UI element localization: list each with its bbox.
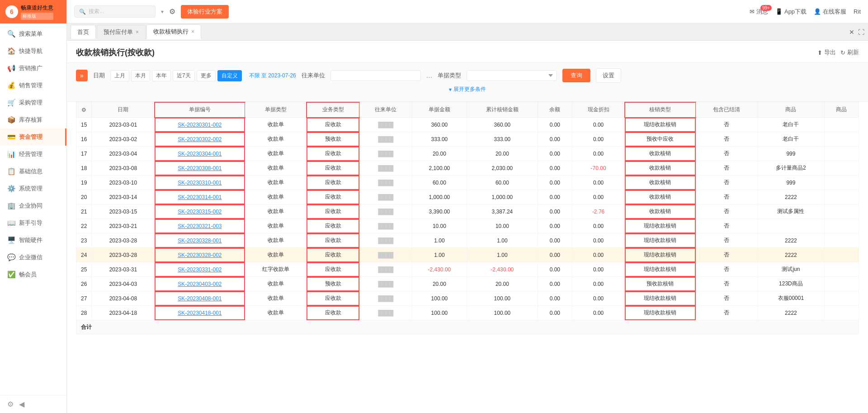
- row-product: 2222: [757, 248, 824, 262]
- row-accum: 20.00: [467, 277, 538, 291]
- row-bill-no: SK-20230418-001: [155, 306, 245, 320]
- settings-bottom-icon[interactable]: ⚙: [7, 400, 14, 408]
- topbar-dropdown-arrow[interactable]: ▾: [161, 9, 164, 15]
- topbar-search[interactable]: 🔍 搜索...: [74, 5, 156, 18]
- bill-no-link[interactable]: SK-20230315-002: [178, 209, 222, 215]
- sidebar-item-finance[interactable]: 💳 资金管理: [0, 128, 66, 146]
- sidebar-item-wechat[interactable]: 💬 企业微信: [0, 249, 66, 266]
- bill-no-link[interactable]: SK-20230301-002: [178, 122, 222, 128]
- row-bill-no: SK-20230408-001: [155, 291, 245, 306]
- tab-payable-close[interactable]: ×: [136, 29, 139, 35]
- sidebar-item-quick[interactable]: 🏠 快捷导航: [0, 43, 66, 60]
- bill-no-link[interactable]: SK-20230304-001: [178, 151, 222, 157]
- sidebar-item-sales[interactable]: 💰 销售管理: [0, 77, 66, 94]
- row-verify-type: 收款核销: [625, 147, 696, 161]
- sidebar-item-corp[interactable]: 🏢 企业协同: [0, 197, 66, 214]
- system-icon: ⚙️: [7, 185, 15, 193]
- bill-type-select[interactable]: [467, 70, 557, 81]
- row-date: 2023-03-15: [92, 204, 155, 219]
- row-amount: 1.00: [412, 248, 467, 262]
- topbar-gear-icon[interactable]: ⚙: [169, 7, 175, 16]
- topbar-online-service[interactable]: 👤 在线客服: [814, 8, 846, 16]
- sidebar: 6 畅康道好生意 标推版 🔍 搜索菜单 🏠 快捷导航 📢 营销推广 💰 销售管理…: [0, 0, 67, 413]
- sidebar-item-operation[interactable]: 📊 经营管理: [0, 146, 66, 163]
- row-bill-no: SK-20230314-001: [155, 190, 245, 204]
- topbar-user[interactable]: Rit: [854, 8, 861, 15]
- page-header-actions: ⬆ 导出 ↻ 刷新: [817, 48, 859, 57]
- th-bill-no: 单据编号: [155, 102, 245, 118]
- row-product2: [824, 291, 859, 306]
- tab-close-all-button[interactable]: ✕: [849, 28, 854, 36]
- query-button[interactable]: 查询: [562, 69, 590, 82]
- row-partner: ████: [359, 176, 412, 190]
- row-discount: -70.00: [572, 161, 624, 176]
- row-bill-type: 收款单: [245, 204, 307, 219]
- date-btn-last-month[interactable]: 上月: [110, 70, 129, 81]
- row-amount: 333.00: [412, 132, 467, 147]
- row-id: 19: [76, 176, 92, 190]
- expand-more-icon: ▾: [449, 86, 452, 93]
- th-product1: 商品: [757, 102, 824, 118]
- export-button[interactable]: ⬆ 导出: [817, 48, 836, 57]
- sidebar-item-basic[interactable]: 📋 基础信息: [0, 163, 66, 180]
- date-btn-more[interactable]: 更多: [197, 70, 216, 81]
- th-verify-type: 核销类型: [625, 102, 696, 118]
- settings-button[interactable]: 设置: [596, 68, 621, 83]
- tab-payable[interactable]: 预付应付单 ×: [97, 25, 146, 39]
- sidebar-item-hardware[interactable]: 🖥️ 智能硬件: [0, 232, 66, 249]
- row-partner: ████: [359, 219, 412, 233]
- sidebar-item-marketing[interactable]: 📢 营销推广: [0, 60, 66, 77]
- tab-receipt[interactable]: 收款核销执行 ×: [146, 24, 201, 39]
- tab-receipt-close[interactable]: ×: [191, 28, 194, 35]
- bill-no-link[interactable]: SK-20230314-001: [178, 194, 222, 200]
- row-included: 否: [696, 219, 758, 233]
- row-included: 否: [696, 118, 758, 132]
- sidebar-item-member[interactable]: ✅ 畅会员: [0, 266, 66, 283]
- topbar-message[interactable]: ✉ 消息 99+: [750, 8, 768, 16]
- bill-no-link[interactable]: SK-20230308-001: [178, 165, 222, 171]
- sidebar-item-purchase[interactable]: 🛒 采购管理: [0, 94, 66, 111]
- row-amount: 2,100.00: [412, 161, 467, 176]
- collapse-icon[interactable]: ◀: [19, 400, 24, 408]
- date-btn-this-month[interactable]: 本月: [131, 70, 150, 81]
- sidebar-item-system[interactable]: ⚙️ 系统管理: [0, 180, 66, 197]
- row-bill-no: SK-20230308-001: [155, 161, 245, 176]
- tab-maximize-button[interactable]: ⛶: [858, 28, 864, 36]
- row-balance: 0.00: [538, 306, 572, 320]
- bill-no-link[interactable]: SK-20230418-001: [178, 310, 222, 316]
- sidebar-item-guide[interactable]: 📖 新手引导: [0, 214, 66, 232]
- expand-more-row[interactable]: ▾ 展开更多条件: [76, 83, 859, 96]
- bill-no-link[interactable]: SK-20230331-002: [178, 266, 222, 273]
- row-bill-type: 收款单: [245, 176, 307, 190]
- row-included: 否: [696, 248, 758, 262]
- bill-no-link[interactable]: SK-20230328-002: [178, 252, 222, 258]
- row-bill-type: 收款单: [245, 233, 307, 248]
- sidebar-item-search[interactable]: 🔍 搜索菜单: [0, 25, 66, 43]
- table-row: 28 2023-04-18 SK-20230418-001 收款单 应收款 ██…: [76, 306, 859, 320]
- main-table: ⚙ 日期 单据编号 单据类型 业务类型 往来单位 单据金额 累计核销金额 余额 …: [76, 102, 859, 335]
- topbar-app-download[interactable]: 📱 App下载: [775, 8, 807, 16]
- row-id: 22: [76, 219, 92, 233]
- industry-solution-button[interactable]: 体验行业方案: [181, 5, 229, 19]
- partner-input[interactable]: [330, 70, 421, 81]
- tab-home[interactable]: 首页: [71, 25, 96, 39]
- filter-expand-button[interactable]: »: [76, 70, 88, 81]
- row-product: 123D商品: [757, 277, 824, 291]
- refresh-button[interactable]: ↻ 刷新: [840, 48, 859, 57]
- bill-no-link[interactable]: SK-20230310-001: [178, 180, 222, 186]
- date-btn-this-year[interactable]: 本年: [152, 70, 171, 81]
- bill-no-link[interactable]: SK-20230321-003: [178, 223, 222, 229]
- row-date: 2023-03-21: [92, 219, 155, 233]
- row-verify-type: 现结收款核销: [625, 118, 696, 132]
- date-btn-custom[interactable]: 自定义: [217, 70, 242, 81]
- date-btn-7days[interactable]: 近7天: [173, 70, 195, 81]
- logo-icon: 6: [5, 5, 18, 18]
- row-partner: ████: [359, 118, 412, 132]
- bill-no-link[interactable]: SK-20230403-002: [178, 281, 222, 287]
- bill-no-link[interactable]: SK-20230302-002: [178, 136, 222, 142]
- bill-no-link[interactable]: SK-20230328-001: [178, 237, 222, 244]
- row-included: 否: [696, 233, 758, 248]
- row-bill-type: 收款单: [245, 132, 307, 147]
- sidebar-item-inventory[interactable]: 📦 库存核算: [0, 111, 66, 128]
- bill-no-link[interactable]: SK-20230408-001: [178, 295, 222, 302]
